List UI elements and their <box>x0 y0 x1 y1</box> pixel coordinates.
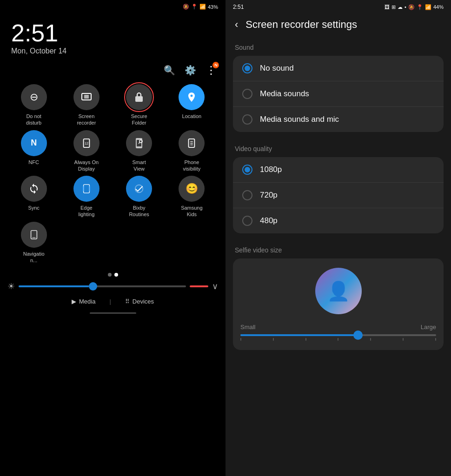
sync-label: Sync <box>28 205 39 211</box>
brightness-slider-track[interactable] <box>19 285 186 287</box>
dot-icon: • <box>405 4 406 10</box>
battery-left: 43% <box>208 4 218 10</box>
tile-edge-lighting[interactable]: Edgelighting <box>62 176 111 218</box>
edge-lighting-icon <box>73 176 99 202</box>
secure-folder-icon <box>126 84 152 110</box>
tile-smart-view[interactable]: SmartView <box>115 130 164 172</box>
brightness-fill <box>19 285 89 287</box>
tile-secure-folder[interactable]: SecureFolder <box>115 84 164 126</box>
selfie-size-slider[interactable] <box>240 334 436 336</box>
media-devices-bar: ▶ Media | ⠿ Devices <box>0 293 226 310</box>
bixby-routines-label: BixbyRoutines <box>129 205 149 218</box>
radio-480p[interactable] <box>242 216 252 226</box>
option-media-sounds-mic[interactable]: Media sounds and mic <box>233 107 444 132</box>
media-button[interactable]: ▶ Media <box>72 298 95 305</box>
tile-phone-visibility[interactable]: Phonevisibility <box>167 130 216 172</box>
expand-icon[interactable]: ∨ <box>212 281 218 291</box>
brightness-bar: ☀ ∨ <box>0 279 226 293</box>
screen-recorder-icon <box>73 84 99 110</box>
photo-icon: 🖼 <box>385 4 390 10</box>
bar-separator: | <box>109 298 111 305</box>
tile-screen-recorder[interactable]: Screenrecorder <box>62 84 111 126</box>
page-dots <box>0 273 226 277</box>
location-status-icon: 📍 <box>191 4 198 10</box>
tile-location[interactable]: Location <box>167 84 216 126</box>
selfie-size-thumb[interactable] <box>353 331 363 340</box>
more-options-icon[interactable]: ⋮ N <box>206 64 216 77</box>
search-icon[interactable]: 🔍 <box>164 65 175 76</box>
tick-1 <box>240 338 241 341</box>
selfie-size-fill <box>240 334 358 336</box>
option-720p[interactable]: 720p <box>233 183 444 208</box>
radio-no-sound[interactable] <box>242 63 252 73</box>
tile-navigation[interactable]: Navigation... <box>9 222 58 264</box>
media-play-icon: ▶ <box>72 298 76 305</box>
media-label: Media <box>79 298 95 305</box>
devices-label: Devices <box>133 298 154 305</box>
back-button[interactable]: ‹ <box>235 19 238 31</box>
clock-date-text: Mon, October 14 <box>11 47 214 55</box>
option-media-sounds[interactable]: Media sounds <box>233 81 444 107</box>
smart-view-icon <box>126 130 152 156</box>
selfie-section-label: Selfie video size <box>233 243 444 258</box>
media-sounds-label: Media sounds <box>260 89 309 99</box>
status-bar-left: 🔕 📍 📶 43% <box>0 0 226 12</box>
tile-do-not-disturb[interactable]: ⊖ Do notdisturb <box>9 84 58 126</box>
sound-section-label: Sound <box>233 40 444 56</box>
battery-right: 44% <box>433 4 444 10</box>
brightness-thumb[interactable] <box>89 282 97 291</box>
option-1080p[interactable]: 1080p <box>233 157 444 183</box>
bixby-routines-icon <box>126 176 152 202</box>
devices-button[interactable]: ⠿ Devices <box>125 298 154 305</box>
tick-marks <box>240 338 436 341</box>
option-no-sound[interactable]: No sound <box>233 56 444 81</box>
tile-nfc[interactable]: N NFC <box>9 130 58 172</box>
always-on-display-icon: 12 <box>73 130 99 156</box>
nfc-icon: N <box>21 130 47 156</box>
tick-6 <box>403 338 404 341</box>
samsung-kids-label: SamsungKids <box>181 205 202 218</box>
svg-text:12: 12 <box>85 141 88 145</box>
do-not-disturb-icon: ⊖ <box>21 84 47 110</box>
svg-rect-13 <box>32 237 35 238</box>
secure-folder-label: SecureFolder <box>131 113 147 126</box>
location-icon-right: 📍 <box>417 4 423 10</box>
tile-always-on-display[interactable]: 12 Always OnDisplay <box>62 130 111 172</box>
nav-line <box>90 312 136 314</box>
tick-4 <box>338 338 338 341</box>
sound-options-card: No sound Media sounds Media sounds and m… <box>233 56 444 132</box>
avatar-person-icon: 👤 <box>327 280 350 302</box>
settings-content: Sound No sound Media sounds Media sounds… <box>226 35 451 476</box>
cloud-icon: ☁ <box>398 4 403 10</box>
radio-1080p[interactable] <box>242 165 252 175</box>
radio-media-sounds[interactable] <box>242 89 252 99</box>
svg-rect-9 <box>83 186 84 192</box>
screen-recorder-label: Screenrecorder <box>77 113 96 126</box>
settings-header: ‹ Screen recorder settings <box>226 12 451 35</box>
page-dot-2[interactable] <box>114 273 118 277</box>
right-panel: 2:51 🖼 ⊞ ☁ • 🔕 📍 📶 44% ‹ Screen recorder… <box>226 0 451 476</box>
nfc-label: NFC <box>28 159 39 165</box>
option-480p[interactable]: 480p <box>233 208 444 233</box>
location-icon <box>179 84 205 110</box>
720p-label: 720p <box>260 191 278 200</box>
sync-icon <box>21 176 47 202</box>
radio-720p[interactable] <box>242 190 252 200</box>
settings-icon[interactable]: ⚙️ <box>185 65 196 76</box>
phone-visibility-label: Phonevisibility <box>183 159 200 172</box>
tile-samsung-kids[interactable]: 😊 SamsungKids <box>167 176 216 218</box>
status-icons-left: 🔕 📍 📶 43% <box>183 4 218 10</box>
silent-icon: 🔕 <box>183 4 189 10</box>
page-dot-1[interactable] <box>108 273 112 277</box>
radio-media-sounds-mic[interactable] <box>242 114 252 125</box>
tick-5 <box>370 338 371 341</box>
brightness-end-indicator <box>190 285 208 287</box>
notification-badge: N <box>212 62 219 68</box>
tile-bixby-routines[interactable]: BixbyRoutines <box>115 176 164 218</box>
phone-visibility-icon <box>179 130 205 156</box>
brightness-icon: ☀ <box>7 281 15 291</box>
navigation-label: Navigation... <box>23 251 45 264</box>
tile-sync[interactable]: Sync <box>9 176 58 218</box>
settings-title: Screen recorder settings <box>245 19 357 31</box>
signal-icon: 📶 <box>199 4 206 10</box>
